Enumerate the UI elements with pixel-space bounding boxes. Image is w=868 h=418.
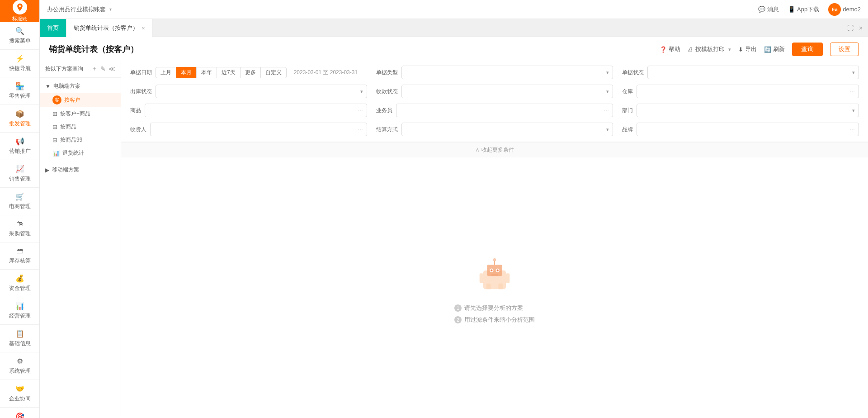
collapse-bar[interactable]: ∧ 收起更多条件 (121, 142, 868, 157)
export-label: 导出 (745, 45, 757, 53)
filter-settlement: 结算方式 ▾ (376, 123, 613, 136)
receiver-dots[interactable]: ··· (358, 126, 363, 133)
date-tab-custom[interactable]: 自定义 (260, 67, 287, 78)
app-logo[interactable]: 标服账 (0, 0, 40, 22)
sales-icon: 📈 (15, 165, 24, 173)
maximize-icon[interactable]: ⛶ (847, 24, 854, 32)
purchase-icon: 🛍 (16, 220, 24, 228)
settlement-select[interactable]: ▾ (401, 123, 613, 136)
doc-status-label: 单据状态 (622, 69, 644, 76)
tree-group-desktop-header[interactable]: ▼ 电脑端方案 (40, 80, 121, 93)
brand-dots[interactable]: ··· (849, 126, 855, 133)
filter-brand: 品牌 ··· (622, 123, 859, 136)
goods-select[interactable]: ··· (145, 104, 367, 117)
close-window-icon[interactable]: × (859, 24, 863, 32)
settings-button[interactable]: 设置 (830, 43, 859, 56)
tab-home-label: 首页 (47, 24, 59, 32)
tree-group-mobile-header[interactable]: ▶ 移动端方案 (40, 163, 121, 176)
industry-dropdown-icon[interactable]: ▾ (109, 7, 112, 12)
export-button[interactable]: ⬇ 导出 (738, 45, 757, 53)
tree-item-by-customer[interactable]: 客 按客户 (40, 93, 121, 107)
sidebar-label-purchase: 采购管理 (9, 230, 31, 238)
date-tab-this-month[interactable]: 本月 (176, 67, 196, 78)
warehouse-select[interactable]: ··· (637, 85, 859, 98)
stock-status-select[interactable]: ▾ (156, 85, 367, 98)
tree-item-customer-label: 按客户 (64, 96, 80, 104)
doc-status-select[interactable]: ▾ (647, 66, 859, 79)
tab-active[interactable]: 销货单统计表（按客户） × (66, 19, 152, 37)
sidebar-item-search[interactable]: 🔍 搜索菜单 (0, 22, 39, 50)
tab-close-icon[interactable]: × (142, 25, 145, 31)
collapse-panel-icon[interactable]: ≪ (108, 65, 115, 72)
sidebar-item-collab[interactable]: 🤝 企业协同 (0, 380, 39, 408)
date-tab-this-year[interactable]: 本年 (196, 67, 217, 78)
stock-status-chevron: ▾ (360, 89, 363, 95)
user-profile[interactable]: Ea demo2 (828, 3, 861, 16)
help-label: 帮助 (669, 45, 680, 53)
tree-item-customer-goods[interactable]: ⊞ 按客户+商品 (40, 107, 121, 120)
tree-item-goods99[interactable]: ⊟ 按商品99 (40, 133, 121, 147)
department-label: 部门 (622, 107, 633, 114)
sidebar-item-finance[interactable]: 💰 资金管理 (0, 270, 39, 297)
message-label: 消息 (767, 5, 779, 14)
filter-section: 单据日期 上月 本月 本年 近7天 更多 自定义 20 (121, 60, 868, 142)
warehouse-label: 仓库 (622, 88, 633, 95)
left-panel-header: 按以下方案查询 ＋ ✎ ≪ (40, 60, 121, 78)
filter-row-1: 单据日期 上月 本月 本年 近7天 更多 自定义 20 (130, 66, 859, 79)
salesperson-dots[interactable]: ··· (604, 107, 609, 114)
help-button[interactable]: ❓ 帮助 (660, 45, 680, 53)
sidebar-item-inventory[interactable]: 🗃 库存核算 (0, 242, 39, 270)
sidebar-item-quicknav[interactable]: ⚡ 快捷导航 (0, 50, 39, 77)
warehouse-dots[interactable]: ··· (849, 88, 855, 95)
left-panel: 按以下方案查询 ＋ ✎ ≪ ▼ 电脑端方案 客 按客户 (40, 60, 121, 418)
refresh-icon: 🔄 (764, 46, 771, 53)
receiver-select[interactable]: ··· (150, 123, 367, 136)
sidebar-item-basicinfo[interactable]: 📋 基础信息 (0, 325, 39, 352)
print-dropdown-icon: ▾ (728, 47, 731, 52)
operations-icon: 📊 (15, 302, 24, 310)
filter-salesperson: 业务员 ··· (376, 104, 613, 117)
print-button[interactable]: 🖨 按模板打印 ▾ (688, 45, 731, 53)
department-select[interactable]: ▾ (637, 104, 859, 117)
date-tab-more[interactable]: 更多 (240, 67, 260, 78)
message-button[interactable]: 💬 消息 (758, 5, 779, 14)
tree-item-by-goods[interactable]: ⊟ 按商品 (40, 120, 121, 133)
doc-status-chevron: ▾ (852, 70, 855, 76)
sidebar-label-ecommerce: 电商管理 (9, 203, 31, 210)
settlement-chevron: ▾ (606, 127, 609, 133)
sidebar-item-wholesale[interactable]: 📦 批发管理 (0, 105, 39, 133)
filter-department: 部门 ▾ (622, 104, 859, 117)
tree-item-return-stats[interactable]: 📊 退货统计 (40, 147, 121, 160)
doc-type-select[interactable]: ▾ (401, 66, 613, 79)
sidebar-label-basicinfo: 基础信息 (9, 340, 31, 347)
download-button[interactable]: 📱 App下载 (788, 5, 819, 14)
collab-icon: 🤝 (15, 385, 24, 393)
tree-item-goods99-label: 按商品99 (60, 136, 82, 144)
tab-home[interactable]: 首页 (40, 19, 66, 37)
filter-row-4: 收货人 ··· 结算方式 ▾ (130, 123, 859, 136)
export-icon: ⬇ (738, 46, 743, 53)
brand-select[interactable]: ··· (637, 123, 859, 136)
print-icon: 🖨 (688, 46, 693, 53)
sidebar-item-marketing[interactable]: 📢 营销推广 (0, 133, 39, 160)
sidebar-item-system[interactable]: ⚙ 系统管理 (0, 352, 39, 380)
query-button[interactable]: 查询 (792, 43, 823, 56)
search-icon: 🔍 (15, 27, 24, 35)
refresh-button[interactable]: 🔄 刷新 (764, 45, 785, 53)
tree-group-desktop-label: 电脑端方案 (53, 82, 80, 90)
goods-dots[interactable]: ··· (358, 107, 363, 114)
salesperson-select[interactable]: ··· (396, 104, 613, 117)
sidebar-item-sales[interactable]: 📈 销售管理 (0, 160, 39, 188)
date-tab-last-month[interactable]: 上月 (156, 67, 176, 78)
sidebar-item-newbie[interactable]: 🎯 新手引导 (0, 408, 39, 418)
add-scheme-icon[interactable]: ＋ (91, 65, 98, 73)
empty-tips: 1 请先选择要分析的方案 2 用过滤条件来缩小分析范围 (454, 304, 535, 324)
sidebar-item-operations[interactable]: 📊 经营管理 (0, 297, 39, 325)
sidebar-item-purchase[interactable]: 🛍 采购管理 (0, 215, 39, 242)
date-tab-7days[interactable]: 近7天 (217, 67, 240, 78)
payment-status-select[interactable]: ▾ (401, 85, 613, 98)
edit-scheme-icon[interactable]: ✎ (100, 65, 106, 72)
sidebar-item-ecommerce[interactable]: 🛒 电商管理 (0, 188, 39, 215)
download-label: App下载 (797, 5, 819, 14)
sidebar-item-retail[interactable]: 🏪 零售管理 (0, 77, 39, 105)
